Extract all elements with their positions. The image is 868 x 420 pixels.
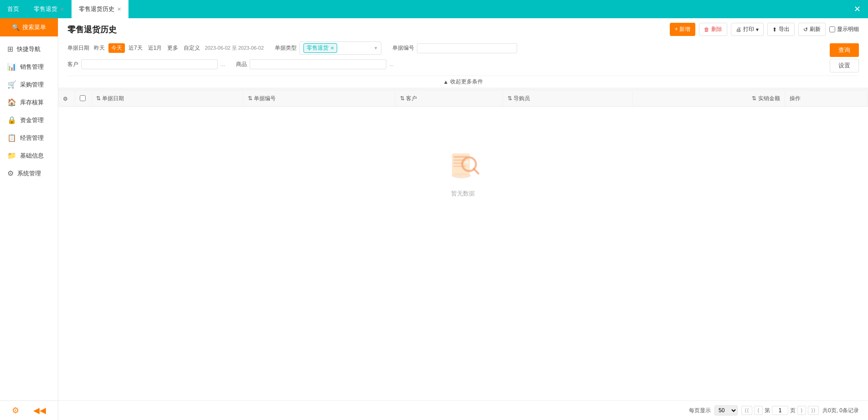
th-guide-label: 导购员 — [514, 95, 530, 102]
sidebar-item-basic-info[interactable]: 📁 基础信息 — [0, 147, 58, 164]
basic-info-icon: 📁 — [7, 151, 16, 160]
collapse-bar[interactable]: ▲ 收起更多条件 — [67, 76, 859, 87]
sidebar-item-sales-mgmt[interactable]: 📊 销售管理 — [0, 58, 58, 76]
sidebar-item-finance[interactable]: 🔒 资金管理 — [0, 111, 58, 129]
sidebar-search[interactable]: 🔍 搜索菜单 — [0, 18, 58, 36]
th-actions: 操作 — [785, 91, 868, 107]
per-page-select[interactable]: 50 20 100 — [714, 405, 738, 415]
th-number-label: 单据编号 — [254, 95, 276, 102]
main-layout: 🔍 搜索菜单 ⊞ 快捷导航 📊 销售管理 🛒 采购管理 🏠 库存核算 🔒 — [0, 18, 868, 420]
next-page-button[interactable]: ⟩ — [797, 406, 806, 415]
page-number-input[interactable] — [772, 406, 788, 415]
finance-icon: 🔒 — [7, 116, 16, 124]
per-page-label: 每页显示 — [689, 407, 711, 415]
sidebar-item-operations[interactable]: 📋 经营管理 — [0, 129, 58, 147]
set-button[interactable]: 设置 — [830, 59, 859, 72]
new-button[interactable]: + 新增 — [670, 23, 695, 36]
sidebar-item-label: 采购管理 — [20, 81, 44, 89]
th-actions-label: 操作 — [790, 95, 801, 102]
table-header: ⚙ ⇅ 单据日期 ⇅ 单据编号 — [58, 91, 868, 107]
close-history-tab[interactable]: ✕ — [117, 6, 121, 12]
export-icon: ⬆ — [772, 26, 777, 33]
select-all-checkbox[interactable] — [80, 95, 86, 101]
tab-home[interactable]: 首页 — [0, 0, 26, 18]
sales-icon: 📊 — [7, 62, 16, 71]
page-title: 零售退货历史 — [67, 24, 117, 35]
th-checkbox[interactable] — [75, 91, 91, 107]
goods-input[interactable] — [250, 59, 386, 69]
last-page-button[interactable]: ⟩⟩ — [808, 406, 819, 415]
doc-type-tag-remove[interactable]: ✕ — [330, 46, 334, 51]
doc-number-label: 单据编号 — [392, 44, 414, 52]
doc-number-input[interactable] — [417, 43, 517, 53]
page-title-row: 零售退货历史 + 新增 🗑 删除 🖨 打印 ▾ ⬆ 导出 — [67, 23, 859, 36]
customer-label: 客户 — [67, 61, 78, 68]
th-guide: ⇅ 导购员 — [503, 91, 633, 107]
trash-icon: 🗑 — [704, 26, 709, 33]
filter-row-2: 客户 ... 商品 ... — [67, 59, 822, 69]
quick-nav-icon: ⊞ — [7, 45, 13, 53]
sidebar-item-label: 销售管理 — [20, 63, 44, 71]
refresh-button[interactable]: ↺ 刷新 — [798, 23, 826, 36]
doc-type-tag: 零售退货 ✕ — [303, 43, 337, 53]
purchase-icon: 🛒 — [7, 80, 16, 89]
query-button[interactable]: 查询 — [830, 43, 859, 57]
settings-bottom-icon[interactable]: ⚙ — [12, 405, 19, 415]
date-opt-1month[interactable]: 近1月 — [146, 43, 164, 53]
column-settings-icon[interactable]: ⚙ — [63, 96, 68, 102]
export-button[interactable]: ⬆ 导出 — [767, 23, 795, 36]
filter-main-row: 单据日期 昨天 今天 近7天 近1月 更多 自定义 2023-06-02 至 2… — [67, 41, 859, 74]
table-body: 暂无数据 — [58, 107, 868, 235]
sidebar-item-label: 快捷导航 — [17, 45, 41, 53]
sidebar-nav: ⊞ 快捷导航 📊 销售管理 🛒 采购管理 🏠 库存核算 🔒 资金管理 📋 — [0, 36, 58, 400]
svg-line-7 — [474, 169, 478, 174]
print-button[interactable]: 🖨 打印 ▾ — [731, 23, 764, 36]
date-opt-more[interactable]: 更多 — [165, 43, 180, 53]
th-amount-label: 实销金额 — [758, 95, 780, 102]
goods-filter-group: 商品 ... — [236, 59, 394, 69]
close-retail-return-tab[interactable]: ✕ — [60, 6, 64, 12]
refresh-icon: ↺ — [803, 26, 808, 33]
doc-type-chevron: ▾ — [375, 45, 377, 51]
doc-type-filter-group: 单据类型 零售退货 ✕ ▾ — [275, 41, 381, 55]
th-date-label: 单据日期 — [102, 95, 124, 102]
sidebar-item-system[interactable]: ⚙ 系统管理 — [0, 164, 58, 182]
tab-retail-return-history[interactable]: 零售退货历史 ✕ — [72, 0, 128, 18]
page-unit: 页 — [790, 407, 796, 415]
date-opt-7days[interactable]: 近7天 — [127, 43, 144, 53]
empty-state: 暂无数据 — [58, 107, 868, 234]
first-page-button[interactable]: ⟨⟨ — [741, 406, 752, 415]
table-area: ⚙ ⇅ 单据日期 ⇅ 单据编号 — [58, 91, 868, 400]
th-settings[interactable]: ⚙ — [58, 91, 75, 107]
prev-page-button[interactable]: ⟨ — [754, 406, 763, 415]
svg-rect-5 — [453, 166, 467, 167]
audio-bottom-icon[interactable]: ◀◀ — [33, 405, 46, 415]
delete-button[interactable]: 🗑 删除 — [699, 23, 727, 36]
customer-ellipsis[interactable]: ... — [221, 61, 225, 67]
show-detail-checkbox[interactable] — [829, 26, 835, 32]
window-close-button[interactable]: ✕ — [847, 4, 868, 14]
filter-section: 零售退货历史 + 新增 🗑 删除 🖨 打印 ▾ ⬆ 导出 — [58, 18, 868, 87]
page-nav: ⟨⟨ ⟨ 第 页 ⟩ ⟩⟩ — [741, 406, 819, 415]
search-icon: 🔍 — [12, 24, 20, 31]
filter-row-1: 单据日期 昨天 今天 近7天 近1月 更多 自定义 2023-06-02 至 2… — [67, 41, 822, 55]
date-opt-custom[interactable]: 自定义 — [182, 43, 202, 53]
show-detail-checkbox-label[interactable]: 显示明细 — [829, 26, 859, 33]
sidebar-item-quick-nav[interactable]: ⊞ 快捷导航 — [0, 40, 58, 58]
sidebar-bottom: ⚙ ◀◀ — [0, 400, 58, 420]
empty-state-cell: 暂无数据 — [58, 107, 868, 235]
total-records: 共0页, 0条记录 — [822, 407, 859, 415]
sidebar-item-purchase-mgmt[interactable]: 🛒 采购管理 — [0, 76, 58, 93]
query-set-buttons: 查询 设置 — [830, 43, 859, 72]
goods-ellipsis[interactable]: ... — [389, 61, 394, 67]
date-opt-yesterday[interactable]: 昨天 — [92, 43, 107, 53]
customer-input[interactable] — [81, 59, 218, 69]
sidebar-item-inventory[interactable]: 🏠 库存核算 — [0, 93, 58, 111]
tab-bar: 首页 零售退货 ✕ 零售退货历史 ✕ — [0, 0, 847, 18]
toolbar: + 新增 🗑 删除 🖨 打印 ▾ ⬆ 导出 ↺ — [670, 23, 859, 36]
tab-retail-return[interactable]: 零售退货 ✕ — [26, 0, 72, 18]
date-opt-today[interactable]: 今天 — [108, 43, 125, 53]
doc-type-select[interactable]: 零售退货 ✕ ▾ — [299, 41, 381, 55]
doc-type-label: 单据类型 — [275, 44, 297, 52]
sidebar-item-label: 库存核算 — [20, 98, 44, 107]
